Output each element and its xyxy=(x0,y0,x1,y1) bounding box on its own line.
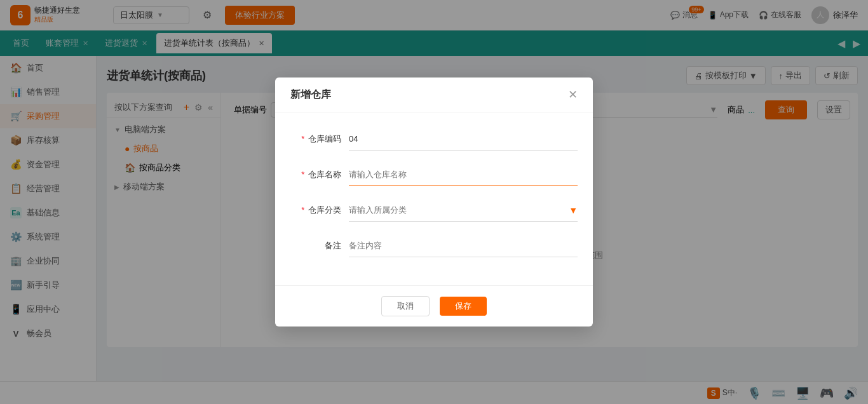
name-required-star: * xyxy=(301,170,304,179)
category-label: * 仓库分类 xyxy=(290,205,341,216)
modal-footer: 取消 保存 xyxy=(275,285,593,327)
note-label: 备注 xyxy=(290,240,341,252)
cancel-button[interactable]: 取消 xyxy=(381,296,430,316)
save-button[interactable]: 保存 xyxy=(440,297,487,316)
code-field-row: * 仓库编码 xyxy=(290,128,578,151)
name-label: * 仓库名称 xyxy=(290,169,341,180)
code-required-star: * xyxy=(301,134,304,144)
note-field-row: 备注 xyxy=(290,234,578,257)
category-select-container: ▼ xyxy=(349,199,578,222)
category-select-input[interactable] xyxy=(349,205,569,215)
code-input[interactable] xyxy=(349,128,578,151)
modal-title: 新增仓库 xyxy=(290,88,331,102)
modal: 新增仓库 ✕ * 仓库编码 * 仓库名称 xyxy=(275,77,593,327)
modal-overlay: 新增仓库 ✕ * 仓库编码 * 仓库名称 xyxy=(0,0,868,404)
category-required-star: * xyxy=(301,205,304,215)
modal-header: 新增仓库 ✕ xyxy=(275,77,593,112)
name-field-row: * 仓库名称 xyxy=(290,163,578,186)
modal-close-button[interactable]: ✕ xyxy=(568,88,578,102)
modal-body: * 仓库编码 * 仓库名称 * 仓库分类 xyxy=(275,112,593,285)
category-dropdown-icon[interactable]: ▼ xyxy=(569,205,578,215)
name-input[interactable] xyxy=(349,163,578,186)
category-field-row: * 仓库分类 ▼ xyxy=(290,199,578,222)
code-label: * 仓库编码 xyxy=(290,133,341,145)
note-input[interactable] xyxy=(349,234,578,257)
